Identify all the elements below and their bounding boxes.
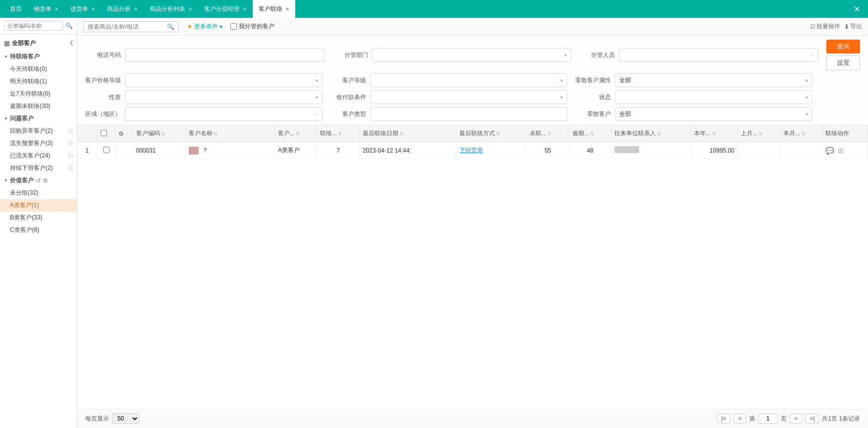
sort-icon-lastmonth: ⇅ (759, 131, 762, 136)
cell-lastmethod[interactable]: 下销货单 (456, 142, 526, 159)
sidebar-group-pending[interactable]: ▼ 待联络客户 (0, 51, 77, 63)
my-customers-checkbox-label[interactable]: 我分管的客户 (230, 22, 274, 31)
query-btn[interactable]: 查询 (826, 40, 860, 54)
per-page-select[interactable]: 50 100 200 (112, 413, 139, 424)
filter-payment-select[interactable]: ▾ (370, 90, 568, 104)
sidebar-content: ⊞ 全部客户 《 ▼ 待联络客户 今天待联络(0) 明天待联络(1) 近7天待联… (0, 34, 77, 428)
close-tab-customer-mgmt[interactable]: ✕ (243, 6, 247, 12)
sort-icon-code: ⇅ (161, 131, 165, 136)
window-close[interactable]: ✕ (850, 4, 864, 14)
close-tab-customer-contact[interactable]: ✕ (285, 6, 289, 12)
col-name-header[interactable]: 客户名称 ⇅ (185, 125, 274, 142)
cell-checkbox[interactable] (97, 142, 115, 159)
row-checkbox[interactable] (103, 147, 109, 153)
sidebar-item-ungroup[interactable]: 未分组(32) (0, 187, 77, 199)
col-lastmonth-header[interactable]: 上月... ⇅ (738, 125, 780, 142)
cell-setting (115, 142, 133, 159)
close-tab-salesorder[interactable]: ✕ (54, 6, 58, 12)
filter-nature-select[interactable]: ▾ (125, 90, 323, 104)
nav-tab-analysis[interactable]: 商品分析 ✕ (101, 0, 144, 18)
nav-tab-salesorder[interactable]: 销货单 ✕ (28, 0, 64, 18)
nav-home[interactable]: 首页 (4, 5, 28, 13)
sidebar-item-churn-warning[interactable]: 流失预警客户(3) ⓘ (0, 137, 77, 150)
col-settings-header[interactable]: ⚙ (115, 125, 133, 142)
more-icon[interactable]: ⊞ (838, 147, 844, 155)
prev-page-btn[interactable]: < (734, 414, 746, 424)
filter-status-select[interactable]: ▾ (615, 90, 813, 104)
nav-tab-purchase[interactable]: 进货单 ✕ (64, 0, 101, 18)
filter-region-select[interactable]: ··· (125, 107, 323, 121)
col-lastmethod-header[interactable]: 最后联络方式 ⇅ (456, 125, 526, 142)
settings-btn[interactable]: 设置 (826, 55, 860, 70)
refresh-icon[interactable]: ↺ (36, 177, 41, 184)
settings-icon-value[interactable]: ⚙ (43, 177, 48, 184)
col-overdue-header[interactable]: 逾期... ⇅ (569, 125, 611, 142)
col-type-header[interactable]: 客户... ⇅ (274, 125, 317, 142)
filter-cust-type-input[interactable] (370, 107, 568, 121)
col-code-header[interactable]: 客户编码 ⇅ (133, 125, 185, 142)
col-thismonth-header[interactable]: 本月... ⇅ (780, 125, 822, 142)
status-chevron: ▾ (806, 95, 808, 100)
toolbar-right-actions: ☑ 批量操作 ⬇ 导出 (810, 22, 862, 31)
filter-retail-cust-select[interactable]: 全部 ▾ (615, 107, 813, 121)
payment-chevron: ▾ (560, 95, 563, 100)
filter-price-select[interactable]: ▾ (125, 73, 323, 87)
content-area: 🔍 ▼ 更多条件 ▾ 我分管的客户 ☑ 批量操作 ⬇ 导出 (77, 18, 868, 428)
search-icon[interactable]: 🔍 (167, 23, 174, 30)
nav-tab-analysis-list[interactable]: 商品分析列表 ✕ (144, 0, 198, 18)
filter-dept-select[interactable]: ▾ (372, 48, 572, 62)
select-all-checkbox[interactable] (101, 130, 107, 136)
sidebar-item-7days[interactable]: 近7天待联络(0) (0, 88, 77, 100)
col-contact-header[interactable]: 联络... ⇅ (317, 125, 360, 142)
sidebar-search-input[interactable] (4, 21, 63, 31)
sidebar-item-a-class[interactable]: A类客户(1) (0, 199, 77, 212)
sidebar-search-container: 🔍 (0, 18, 77, 34)
grid-icon: ⊞ (4, 40, 10, 48)
nav-tab-customer-contact[interactable]: 客户联络 ✕ (253, 0, 295, 18)
col-index (77, 125, 97, 142)
sidebar-item-rebuy-abnormal[interactable]: 回购异常客户(2) ⓘ (0, 125, 77, 137)
col-lastdate-header[interactable]: 最后联络日期 ⇅ (359, 125, 456, 142)
filter-cust-level-select[interactable]: ▾ (370, 73, 568, 87)
filter-phone-input[interactable] (125, 48, 325, 62)
col-unitcontact-header[interactable]: 往来单位联系人 ⇅ (611, 125, 691, 142)
sidebar-item-tomorrow[interactable]: 明天待联络(1) (0, 75, 77, 88)
page-input[interactable] (758, 414, 778, 424)
sidebar-item-today[interactable]: 今天待联络(0) (0, 63, 77, 75)
col-checkbox-header[interactable] (97, 125, 115, 142)
filter-retail-attr-select[interactable]: 全部 ▾ (615, 73, 813, 87)
col-uncontacted-header[interactable]: 未联... ⇅ (527, 125, 569, 142)
cell-lastdate: 2023-04-12 14:44: (359, 142, 456, 159)
close-tab-analysis-list[interactable]: ✕ (188, 6, 192, 12)
sidebar-item-b-class[interactable]: B类客户(33) (0, 212, 77, 224)
table-settings-icon[interactable]: ⚙ (118, 130, 124, 137)
sidebar-search-icon[interactable]: 🔍 (65, 22, 73, 29)
triangle-icon3: ▼ (4, 178, 8, 183)
close-tab-analysis[interactable]: ✕ (134, 6, 138, 12)
sidebar-group-problems[interactable]: ▼ 问题客户 (0, 112, 77, 125)
filter-manager-select[interactable]: ··· (619, 48, 818, 62)
cell-lastmonth (738, 142, 780, 159)
sidebar-item-declining[interactable]: 持续下滑客户(2) ⓘ (0, 162, 77, 174)
search-input[interactable] (88, 23, 167, 30)
filter-retail-cust: 零散客户 全部 ▾ (575, 107, 813, 121)
search-box: 🔍 (83, 21, 179, 32)
nav-tab-customer-mgmt[interactable]: 客户分层经营 ✕ (198, 0, 253, 18)
sidebar-item-overdue[interactable]: 逾期未联络(30) (0, 100, 77, 112)
last-page-btn[interactable]: >| (805, 414, 819, 424)
col-thisyear-header[interactable]: 本年... ⇅ (691, 125, 738, 142)
next-page-btn[interactable]: > (790, 414, 802, 424)
sidebar: 🔍 ⊞ 全部客户 《 ▼ 待联络客户 今天待联络(0) 明天待联络(1) 近7天… (0, 18, 77, 428)
my-customers-checkbox[interactable] (230, 23, 237, 30)
sidebar-item-churned[interactable]: 已流失客户(24) ⓘ (0, 150, 77, 162)
triangle-icon: ▼ (4, 54, 8, 59)
sidebar-group-value[interactable]: ▼ 价值客户 ↺ ⚙ (0, 174, 77, 187)
first-page-btn[interactable]: |< (717, 414, 731, 424)
batch-ops-btn[interactable]: ☑ 批量操作 (810, 22, 840, 31)
close-tab-purchase[interactable]: ✕ (91, 6, 95, 12)
export-btn[interactable]: ⬇ 导出 (844, 22, 862, 31)
sidebar-all-customers[interactable]: ⊞ 全部客户 《 (0, 36, 77, 51)
sidebar-item-c-class[interactable]: C类客户(6) (0, 224, 77, 236)
filter-more-btn[interactable]: ▼ 更多条件 ▾ (183, 21, 226, 32)
contact-icon[interactable]: 💬 (825, 147, 834, 155)
